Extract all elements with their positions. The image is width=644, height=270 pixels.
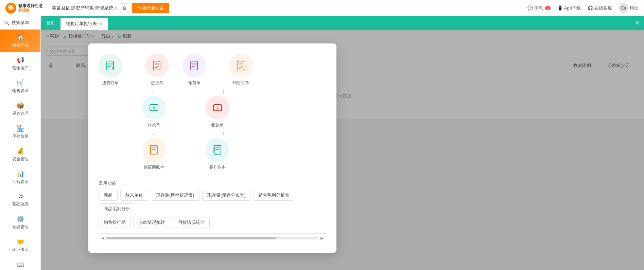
avatar: Ea (619, 3, 628, 13)
sales-slip-node[interactable]: 销货单 (182, 54, 206, 86)
common-functions: 常用功能 商品 往来单位 现存量(库存状况表) 现存量(库存分布表) 销售毛利分… (99, 180, 326, 228)
dropdown-arrow-icon[interactable]: ▾ (115, 6, 117, 11)
customer-ledger-circle (206, 138, 229, 162)
sidebar-item-inventory[interactable]: 🏪 库存核算 (0, 121, 40, 143)
tab-sales-order-label: 销售订单执行表 (66, 21, 97, 27)
system-name-text: 装备及固定资产辅助管理系统 (52, 5, 114, 11)
sidebar-item-label-operation: 经营管理 (12, 179, 29, 185)
header-right: 💬 消息 5 📱 App下载 🎧 在线客服 Ea 用友 (527, 3, 639, 13)
sidebar-item-finance[interactable]: 💰 资金管理 (0, 143, 40, 166)
scroll-left-arrow[interactable]: ◀ (101, 236, 104, 240)
main-layout: 🔍 搜索菜单 🏠 快捷导航 📢 营销推广 🛒 销售管理 📦 采购管理 🏪 库存核… (0, 16, 644, 270)
sidebar-item-marketing[interactable]: 📢 营销推广 (0, 52, 40, 75)
supplier-ledger-circle (142, 138, 166, 162)
system-dropdown[interactable]: 装备及固定资产辅助管理系统 ▾ (52, 5, 117, 11)
basic-info-icon: 🗂 (17, 193, 23, 200)
sidebar-item-label-sales: 销售管理 (12, 88, 29, 94)
svg-rect-10 (150, 146, 151, 153)
inventory-icon: 🏪 (17, 125, 24, 132)
trial-button[interactable]: 体验行业方案 (132, 3, 169, 13)
user-menu[interactable]: Ea 用友 (619, 3, 639, 13)
payment-slip-label: 付款单 (148, 122, 160, 128)
online-service-button[interactable]: 🎧 在线客服 (588, 5, 612, 11)
sidebar-item-purchase[interactable]: 📦 采购管理 (0, 98, 40, 121)
settings-icon[interactable]: ⚙ (120, 3, 129, 13)
logo-text-line2: 标准版 (18, 8, 43, 13)
close-all-button[interactable]: ✕ (635, 20, 640, 26)
cf-btn-stock-status[interactable]: 现存量(库存状况表) (151, 190, 199, 201)
sidebar-item-system[interactable]: ⚙️ 系统管理 (0, 211, 40, 234)
scroll-thumb (106, 237, 276, 239)
arrow-pay-to-supplier: ↓ (151, 129, 154, 137)
payment-slip-circle: ¥ (142, 96, 166, 120)
purchase-slip-label: 进货单 (151, 80, 163, 86)
customer-ledger-node[interactable]: 客户账本 (206, 138, 229, 170)
tab-sales-order[interactable]: 销售订单执行表 ✕ (60, 18, 108, 30)
modal-overlay[interactable]: 进货订单 - - - → 进货单 (41, 30, 644, 270)
sales-order-circle (229, 54, 253, 77)
sidebar-item-sales[interactable]: 🛒 销售管理 (0, 75, 40, 98)
receipt-slip-node[interactable]: ¥ 收款单 (206, 96, 229, 128)
cf-btn-receipt-stats[interactable]: 收款情况统计 (134, 217, 170, 228)
svg-rect-4 (153, 61, 160, 70)
sales-order-node[interactable]: 销售订单 (229, 54, 253, 86)
svg-text:¥: ¥ (153, 105, 155, 110)
sales-slip-label: 销货单 (188, 80, 201, 86)
customer-ledger-label: 客户账本 (209, 164, 226, 170)
sidebar: 🔍 搜索菜单 🏠 快捷导航 📢 营销推广 🛒 销售管理 📦 采购管理 🏪 库存核… (0, 16, 41, 270)
quick-nav-icon: 🏠 (17, 34, 24, 41)
scroll-track[interactable] (106, 237, 318, 239)
content-area: 首页 销售订单执行表 ✕ ✕ ? 帮助 🖨 按模板打印 ▾ (41, 16, 644, 270)
cf-btn-counterparty[interactable]: 往来单位 (120, 190, 148, 201)
sidebar-item-basic-info[interactable]: 🗂 基础信息 (0, 189, 40, 211)
tab-home[interactable]: 首页 (41, 16, 60, 30)
marketing-icon: 📢 (17, 56, 24, 64)
cf-btn-goods-profit[interactable]: 商品毛利分析 (99, 203, 135, 214)
tab-home-label: 首页 (46, 20, 55, 26)
sidebar-item-newbie[interactable]: 📖 新手引导 (0, 257, 40, 270)
purchase-order-node[interactable]: 进货订单 (99, 54, 122, 86)
cf-btn-sales-rank[interactable]: 销售排行榜 (99, 217, 131, 228)
newbie-icon: 📖 (17, 261, 24, 268)
purchase-slip-node[interactable]: 进货单 (145, 54, 169, 86)
common-functions-title: 常用功能 (99, 180, 326, 186)
cf-buttons-row1: 商品 往来单位 现存量(库存状况表) 现存量(库存分布表) 销售毛利分析表 商品… (99, 190, 326, 214)
svg-rect-0 (107, 61, 114, 70)
message-badge: 5 (545, 6, 551, 10)
search-menu-item[interactable]: 🔍 搜索菜单 (0, 16, 40, 30)
logo-text-line1: 畅康通好生意 (18, 3, 43, 8)
sidebar-item-collab[interactable]: 🤝 企业协同 (0, 234, 40, 257)
arrow-po-to-ps: - - - → (122, 64, 145, 69)
sidebar-item-label-collab: 企业协同 (12, 247, 29, 253)
operation-icon: 📊 (17, 170, 24, 178)
phone-icon: 📱 (557, 5, 563, 11)
cf-btn-sales-profit[interactable]: 销售毛利分析表 (253, 190, 294, 201)
cf-btn-payment-stats[interactable]: 付款情况统计 (173, 217, 210, 228)
purchase-icon: 📦 (17, 102, 24, 109)
system-icon: ⚙️ (17, 215, 24, 223)
cf-btn-goods[interactable]: 商品 (99, 190, 118, 201)
purchase-slip-circle (145, 54, 169, 77)
message-button[interactable]: 💬 消息 5 (527, 5, 551, 11)
sidebar-item-label-inventory: 库存核算 (12, 133, 29, 139)
quick-nav-modal: 进货订单 - - - → 进货单 (88, 43, 336, 253)
supplier-ledger-node[interactable]: 供应商账本 (142, 138, 166, 170)
cf-buttons-row2: 销售排行榜 收款情况统计 付款情况统计 (99, 217, 326, 228)
logo-area: 畅 畅康通好生意 标准版 (5, 3, 46, 14)
sidebar-item-quick-nav[interactable]: 🏠 快捷导航 (0, 30, 40, 52)
flow-diagram: 进货订单 - - - → 进货单 (99, 54, 326, 170)
app-download-button[interactable]: 📱 App下载 (557, 5, 581, 11)
purchase-order-circle (99, 54, 122, 77)
logo-icon: 畅 (5, 3, 16, 14)
supplier-ledger-label: 供应商账本 (144, 164, 164, 170)
sales-order-label: 销售订单 (233, 80, 249, 86)
sidebar-item-label-quick-nav: 快捷导航 (12, 42, 29, 48)
tab-close-icon[interactable]: ✕ (99, 21, 102, 26)
arrow-ss-from-so: ← - - - (206, 64, 229, 69)
tab-bar-right: ✕ (635, 19, 644, 27)
cf-btn-stock-dist[interactable]: 现存量(库存分布表) (202, 190, 251, 201)
scroll-right-arrow[interactable]: ▶ (320, 236, 324, 240)
sidebar-item-operation[interactable]: 📊 经营管理 (0, 166, 40, 189)
payment-slip-node[interactable]: ¥ 付款单 (142, 96, 166, 128)
svg-rect-13 (191, 61, 197, 70)
